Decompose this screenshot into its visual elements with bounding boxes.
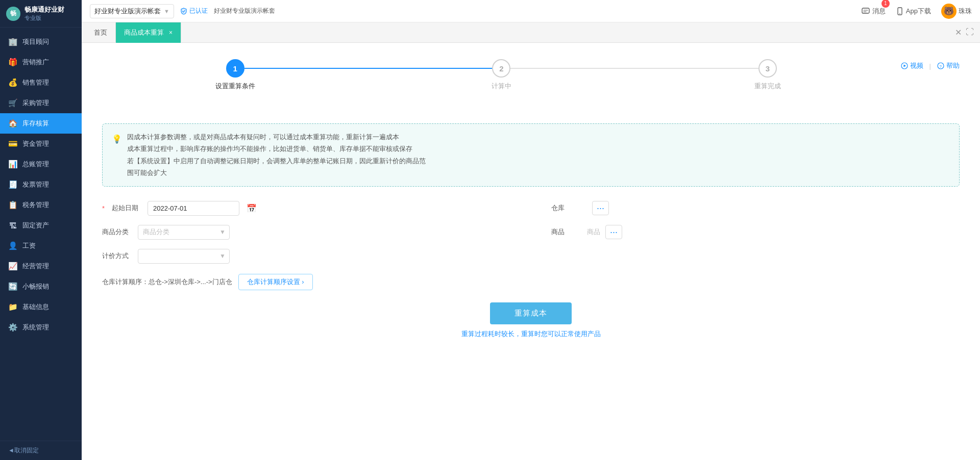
tab-home-label: 首页: [94, 28, 107, 37]
stepper-video-help: 视频 | ? 帮助: [901, 59, 960, 70]
svg-marker-4: [903, 65, 906, 67]
warehouse-order-settings-button[interactable]: 仓库计算顺序设置 ›: [238, 274, 313, 290]
sidebar: 畅 畅康通好业财 专业版 🏢 项目顾问 🎁 营销推广 💰 销售管理 🛒 采购管理…: [0, 0, 82, 460]
step-2-label: 计算中: [492, 82, 511, 91]
product-group: 商品 商品 ···: [551, 225, 960, 239]
pricing-select[interactable]: [138, 249, 230, 264]
step-3-circle: 3: [758, 59, 777, 78]
tab-product-cost-recalc[interactable]: 商品成本重算 ×: [116, 22, 181, 43]
sidebar-item-payroll[interactable]: 👤 工资: [0, 236, 82, 256]
sidebar-item-basic[interactable]: 📁 基础信息: [0, 297, 82, 317]
sidebar-item-label: 资金管理: [22, 139, 49, 148]
sidebar-item-expense[interactable]: 🔄 小畅报销: [0, 276, 82, 297]
stepper: 1 设置重算条件 2 计算中 3: [102, 59, 901, 91]
sidebar-item-invoice[interactable]: 🧾 发票管理: [0, 174, 82, 195]
start-date-group: * 起始日期 📅: [102, 201, 510, 216]
sidebar-item-label: 基础信息: [22, 302, 49, 312]
sidebar-item-tax[interactable]: 📋 税务管理: [0, 195, 82, 215]
pricing-select-wrapper: ▼: [138, 249, 230, 264]
expand-window-button[interactable]: ⛶: [966, 28, 974, 37]
product-placeholder: 商品: [587, 227, 600, 237]
purchase-icon: 🛒: [8, 98, 17, 108]
recalc-button[interactable]: 重算成本: [490, 302, 572, 324]
app-logo: 畅: [6, 7, 20, 21]
sidebar-pin-toggle[interactable]: ◄取消固定: [0, 441, 82, 460]
sidebar-title-group: 畅康通好业财 专业版: [24, 5, 64, 22]
tabbar: 首页 商品成本重算 × ✕ ⛶: [82, 22, 980, 43]
category-label: 商品分类: [102, 227, 133, 237]
sidebar-item-label: 税务管理: [22, 200, 49, 210]
unpin-label: ◄取消固定: [8, 446, 39, 455]
category-group: 商品分类 ▼ 商品分类: [102, 225, 510, 240]
sidebar-item-finance[interactable]: 💳 资金管理: [0, 134, 82, 154]
category-select[interactable]: [138, 225, 230, 240]
sidebar-item-system[interactable]: ⚙️ 系统管理: [0, 317, 82, 338]
tab-home[interactable]: 首页: [86, 22, 116, 43]
user-avatar-button[interactable]: 🐻 珠珠: [941, 4, 972, 19]
tab-actions: ✕ ⛶: [955, 28, 980, 37]
inventory-icon: 🏠: [8, 119, 17, 128]
account-name: 好业财专业版演示帐套: [214, 7, 275, 15]
bulb-icon: 💡: [112, 132, 122, 179]
sidebar-item-project[interactable]: 🏢 项目顾问: [0, 32, 82, 52]
product-select-button[interactable]: ···: [605, 225, 622, 239]
recalc-hint: 重算过程耗时较长，重算时您可以正常使用产品: [461, 329, 601, 339]
warehouse-select-button[interactable]: ···: [592, 201, 609, 215]
sidebar-item-sales[interactable]: 💰 销售管理: [0, 72, 82, 93]
sidebar-item-marketing[interactable]: 🎁 营销推广: [0, 52, 82, 72]
sidebar-header: 畅 畅康通好业财 专业版: [0, 0, 82, 28]
accounting-icon: 📊: [8, 160, 17, 169]
account-select-label: 好业财专业版演示帐套: [94, 7, 161, 16]
tax-icon: 📋: [8, 200, 17, 210]
warehouse-order-row: 仓库计算顺序：总仓->深圳仓库->...->门店仓 仓库计算顺序设置 ›: [102, 274, 960, 290]
sidebar-item-purchase[interactable]: 🛒 采购管理: [0, 93, 82, 113]
username: 珠珠: [959, 7, 972, 16]
info-line-1: 因成本计算参数调整，或是对商品成本有疑问时，可以通过成本重算功能，重新计算一遍成…: [127, 131, 426, 143]
step-2: 2 计算中: [369, 59, 635, 91]
tab-active-label: 商品成本重算: [124, 28, 164, 37]
form-section: * 起始日期 📅 仓库 ··· 商品分类: [102, 201, 960, 264]
recalc-section: 重算成本 重算过程耗时较长，重算时您可以正常使用产品: [102, 302, 960, 339]
sidebar-item-label: 工资: [22, 241, 36, 250]
calendar-icon[interactable]: 📅: [247, 203, 257, 213]
step-3-label: 重算完成: [754, 82, 781, 91]
warehouse-label: 仓库: [551, 203, 582, 213]
sidebar-item-label: 经营管理: [22, 262, 49, 271]
app-edition: 专业版: [24, 14, 64, 22]
sidebar-item-label: 固定资产: [22, 221, 49, 230]
main-area: 好业财专业版演示帐套 ▼ 已认证 好业财专业版演示帐套 1 消息: [82, 0, 980, 460]
app-download-button[interactable]: App下载: [896, 7, 931, 16]
finance-icon: 💳: [8, 139, 17, 148]
close-window-button[interactable]: ✕: [955, 28, 962, 37]
verified-badge: 已认证: [180, 7, 208, 15]
sidebar-item-operations[interactable]: 📈 经营管理: [0, 256, 82, 276]
sidebar-item-accounting[interactable]: 📊 总账管理: [0, 154, 82, 174]
sidebar-item-inventory[interactable]: 🏠 库存核算: [0, 113, 82, 134]
sidebar-item-label: 系统管理: [22, 323, 49, 332]
start-date-input[interactable]: [148, 201, 239, 216]
info-text: 因成本计算参数调整，或是对商品成本有疑问时，可以通过成本重算功能，重新计算一遍成…: [127, 131, 426, 179]
sidebar-item-label: 营销推广: [22, 58, 49, 67]
tab-close-button[interactable]: ×: [169, 29, 173, 36]
messages-button[interactable]: 1 消息: [861, 7, 886, 16]
account-selector[interactable]: 好业财专业版演示帐套 ▼: [90, 4, 174, 18]
sidebar-item-assets[interactable]: 🏗 固定资产: [0, 215, 82, 236]
svg-point-2: [899, 13, 900, 14]
help-button[interactable]: ? 帮助: [937, 61, 960, 70]
video-button[interactable]: 视频: [901, 61, 923, 70]
verified-label: 已认证: [189, 7, 208, 15]
topbar-right: 1 消息 App下载 🐻 珠珠: [861, 4, 972, 19]
payroll-icon: 👤: [8, 241, 17, 250]
avatar: 🐻: [941, 4, 957, 19]
required-mark: *: [102, 205, 105, 212]
sidebar-item-label: 发票管理: [22, 180, 49, 189]
warehouse-order-label: 仓库计算顺序：总仓->深圳仓库->...->门店仓: [102, 277, 232, 287]
form-row-3: 计价方式 ▼: [102, 249, 960, 264]
step-3: 3 重算完成: [634, 59, 901, 91]
svg-rect-0: [862, 8, 869, 13]
operations-icon: 📈: [8, 262, 17, 271]
info-line-3: 若【系统设置】中启用了自动调整记账日期时，会调整入库单的整单记账日期，因此重新计…: [127, 155, 426, 167]
sidebar-item-label: 库存核算: [22, 119, 49, 128]
play-icon: [901, 62, 908, 69]
sales-icon: 💰: [8, 78, 17, 87]
